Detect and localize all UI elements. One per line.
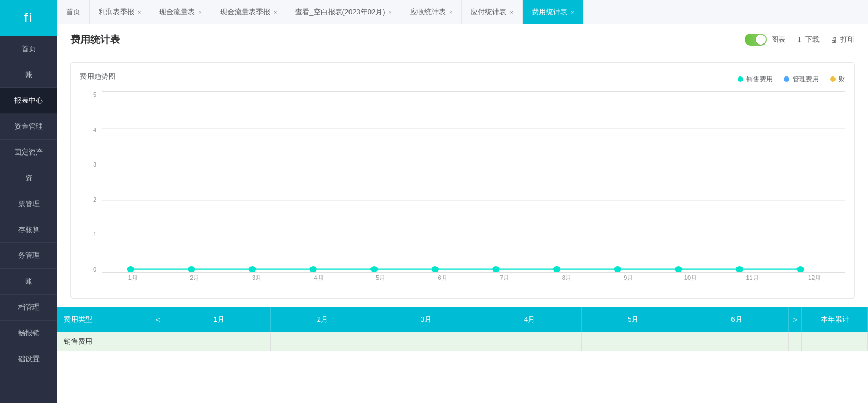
tab-profit-quarterly[interactable]: 利润表季报 × bbox=[90, 0, 150, 24]
x-label-may: 5月 bbox=[350, 274, 412, 289]
page-header: 费用统计表 图表 ⬇ 下载 🖨 打印 bbox=[57, 24, 868, 53]
header-actions: 图表 ⬇ 下载 🖨 打印 bbox=[745, 34, 855, 46]
td-feb-sales bbox=[271, 332, 374, 351]
y-label-4: 4 bbox=[80, 126, 100, 133]
sidebar-item-ledger[interactable]: 账 bbox=[0, 269, 57, 295]
legend-finance-dot bbox=[830, 76, 836, 82]
dot-oct bbox=[675, 266, 682, 272]
download-button[interactable]: ⬇ 下载 bbox=[796, 35, 820, 45]
tab-blank-report[interactable]: 查看_空白报表(2023年02月) × bbox=[286, 0, 401, 24]
x-label-oct: 10月 bbox=[659, 274, 722, 289]
td-jun-sales bbox=[685, 332, 789, 351]
sidebar-item-reports[interactable]: 报表中心 bbox=[0, 88, 57, 114]
chart-title: 费用趋势图 bbox=[80, 71, 116, 81]
chart-toggle-wrap: 图表 bbox=[745, 34, 785, 46]
sidebar-item-invoice[interactable]: 票管理 bbox=[0, 191, 57, 217]
sidebar-item-account[interactable]: 账 bbox=[0, 62, 57, 88]
x-label-dec: 12月 bbox=[783, 274, 845, 289]
x-label-apr: 4月 bbox=[288, 274, 350, 289]
y-label-3: 3 bbox=[80, 161, 100, 168]
chart-toggle-label: 图表 bbox=[771, 35, 785, 45]
tab-cashflow-quarterly-close[interactable]: × bbox=[274, 9, 277, 15]
td-apr-sales bbox=[478, 332, 582, 351]
tab-expense-stats[interactable]: 费用统计表 × bbox=[523, 0, 583, 24]
th-nav-prev[interactable]: < bbox=[156, 316, 160, 324]
sidebar-item-funds[interactable]: 资金管理 bbox=[0, 114, 57, 140]
tab-home[interactable]: 首页 bbox=[57, 0, 90, 24]
tab-blank-report-label: 查看_空白报表(2023年02月) bbox=[295, 7, 385, 17]
td-nav-placeholder bbox=[789, 332, 802, 351]
td-mar-sales bbox=[374, 332, 478, 351]
table-section: 费用类型 < 1月 2月 3月 4月 5月 6月 > 本年累计 销售费用 bbox=[57, 307, 868, 351]
chart-section: 费用趋势图 销售费用 管理费用 财 bbox=[70, 62, 855, 299]
x-label-sep: 9月 bbox=[598, 274, 660, 289]
legend-finance-label: 财 bbox=[839, 75, 845, 84]
tab-receivable-label: 应收统计表 bbox=[410, 7, 446, 17]
sidebar-item-resource[interactable]: 资 bbox=[0, 165, 57, 191]
th-cumulative: 本年累计 bbox=[802, 307, 868, 332]
sidebar-item-inventory[interactable]: 存核算 bbox=[0, 217, 57, 243]
chart-plot-area bbox=[102, 91, 845, 273]
dot-may bbox=[370, 266, 378, 272]
sidebar-item-settings[interactable]: 础设置 bbox=[0, 346, 57, 372]
print-button[interactable]: 🖨 打印 bbox=[831, 35, 855, 45]
tab-payable-close[interactable]: × bbox=[510, 9, 513, 15]
content-area: 费用统计表 图表 ⬇ 下载 🖨 打印 费用趋势图 bbox=[57, 24, 868, 403]
x-label-jan: 1月 bbox=[102, 274, 164, 289]
tab-receivable-close[interactable]: × bbox=[449, 9, 452, 15]
chart-wrapper: 费用趋势图 销售费用 管理费用 财 bbox=[80, 71, 845, 289]
td-may-sales bbox=[582, 332, 685, 351]
print-icon: 🖨 bbox=[831, 36, 838, 44]
dot-dec bbox=[796, 266, 804, 272]
x-label-jun: 6月 bbox=[412, 274, 474, 289]
y-label-2: 2 bbox=[80, 196, 100, 203]
legend-admin-label: 管理费用 bbox=[793, 75, 819, 84]
tab-cashflow-quarterly-label: 现金流量表季报 bbox=[220, 7, 270, 17]
sidebar-item-home[interactable]: 首页 bbox=[0, 36, 57, 62]
th-mar: 3月 bbox=[374, 307, 478, 332]
tab-cashflow-close[interactable]: × bbox=[198, 9, 201, 15]
th-nav-next[interactable]: > bbox=[789, 307, 802, 332]
th-type-label: 费用类型 bbox=[64, 314, 92, 324]
legend-finance: 财 bbox=[830, 75, 845, 84]
sidebar-item-assets[interactable]: 固定资产 bbox=[0, 140, 57, 165]
dot-jun bbox=[432, 266, 439, 272]
tab-blank-report-close[interactable]: × bbox=[389, 9, 392, 15]
th-type: 费用类型 < bbox=[57, 307, 167, 332]
tab-cashflow-quarterly[interactable]: 现金流量表季报 × bbox=[211, 0, 286, 24]
th-may: 5月 bbox=[582, 307, 685, 332]
table-row-sales: 销售费用 bbox=[57, 332, 868, 351]
tab-cashflow[interactable]: 现金流量表 × bbox=[150, 0, 211, 24]
tab-payable-label: 应付统计表 bbox=[471, 7, 506, 17]
legend-sales-label: 销售费用 bbox=[746, 75, 773, 84]
sidebar-item-services[interactable]: 务管理 bbox=[0, 243, 57, 269]
tab-receivable[interactable]: 应收统计表 × bbox=[401, 0, 462, 24]
download-label: 下载 bbox=[805, 35, 820, 45]
td-type-sales: 销售费用 bbox=[57, 332, 167, 351]
x-label-nov: 11月 bbox=[722, 274, 784, 289]
dot-mar bbox=[249, 266, 256, 272]
download-icon: ⬇ bbox=[796, 36, 803, 44]
legend-admin-dot bbox=[784, 76, 789, 82]
tab-payable[interactable]: 应付统计表 × bbox=[462, 0, 522, 24]
page-title: 费用统计表 bbox=[70, 33, 120, 46]
dot-sep bbox=[614, 266, 621, 272]
tab-profit-quarterly-close[interactable]: × bbox=[138, 9, 141, 15]
x-label-jul: 7月 bbox=[473, 274, 536, 289]
sidebar-logo: fi bbox=[0, 0, 57, 36]
tab-expense-stats-close[interactable]: × bbox=[571, 9, 574, 15]
tab-bar: 首页 利润表季报 × 现金流量表 × 现金流量表季报 × 查看_空白报表(202… bbox=[57, 0, 868, 24]
th-jun: 6月 bbox=[685, 307, 789, 332]
td-cumul-sales bbox=[802, 332, 868, 351]
chart-svg bbox=[102, 92, 845, 272]
tab-expense-stats-label: 费用统计表 bbox=[532, 7, 567, 17]
sidebar-item-expense[interactable]: 畅报销 bbox=[0, 321, 57, 346]
table-header-row: 费用类型 < 1月 2月 3月 4月 5月 6月 > 本年累计 bbox=[57, 307, 868, 332]
tab-home-label: 首页 bbox=[66, 7, 80, 17]
sidebar-item-archive[interactable]: 档管理 bbox=[0, 295, 57, 321]
dot-nov bbox=[736, 266, 743, 272]
chart-toggle[interactable] bbox=[745, 34, 767, 46]
th-jan: 1月 bbox=[167, 307, 271, 332]
dot-apr bbox=[309, 266, 316, 272]
main-area: 首页 利润表季报 × 现金流量表 × 现金流量表季报 × 查看_空白报表(202… bbox=[57, 0, 868, 403]
